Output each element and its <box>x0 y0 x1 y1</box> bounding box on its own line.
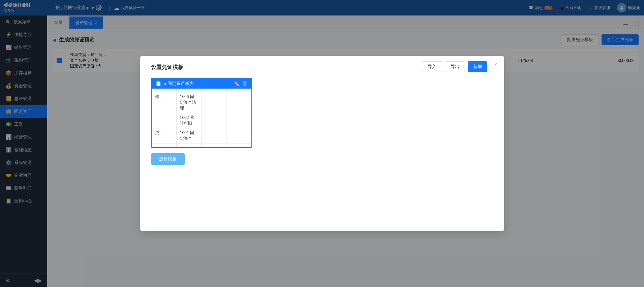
template-entry-row-2: 贷： 1601 固定资产 <box>152 128 251 144</box>
template-card-title: 5-固定资产减少 <box>164 81 194 87</box>
col-type-header <box>152 89 177 92</box>
template-doc-icon: 📄 <box>156 81 161 86</box>
entry-debit-2 <box>202 128 226 143</box>
entry-account-1: 1602 累计折旧 <box>177 113 202 128</box>
entry-debit-1 <box>202 113 226 128</box>
export-button[interactable]: 导出 <box>445 61 465 72</box>
template-entry-row-1: 1602 累计折旧 <box>152 113 251 128</box>
entry-account-3 <box>177 144 202 147</box>
entry-type-0: 借： <box>152 92 177 113</box>
entry-type-3 <box>152 144 177 147</box>
template-card-header-actions: ✏️ 🗑️ <box>234 81 247 86</box>
col-debit-header <box>202 89 226 92</box>
entry-credit-3 <box>226 144 251 147</box>
select-template-button[interactable]: 选择模板 <box>151 153 185 165</box>
entry-account-2: 1601 固定资产 <box>177 128 202 143</box>
col-account-header <box>177 89 202 92</box>
entry-debit-0 <box>202 92 226 113</box>
modal-header-actions: 导入 导出 新增 <box>422 61 487 72</box>
template-delete-icon[interactable]: 🗑️ <box>242 81 247 86</box>
template-card: 📄 5-固定资产减少 ✏️ 🗑️ 借： 1606 固定资产 <box>151 78 252 148</box>
modal-overlay: 设置凭证模板 导入 导出 新增 × 📄 5-固定资产减少 ✏️ 🗑️ <box>0 0 644 287</box>
modal-close-button[interactable]: × <box>494 61 497 67</box>
entry-debit-3 <box>202 144 226 147</box>
col-credit-header <box>226 89 251 92</box>
entry-credit-2 <box>226 128 251 143</box>
template-entry-row-0: 借： 1606 固定资产清理 <box>152 92 251 113</box>
template-card-body: 借： 1606 固定资产清理 1602 累计折旧 贷： 1601 固定资产 <box>152 89 251 147</box>
template-card-header: 📄 5-固定资产减少 ✏️ 🗑️ <box>152 78 251 89</box>
entry-credit-0 <box>226 92 251 113</box>
template-entry-row-3 <box>152 144 251 147</box>
entry-account-0: 1606 固定资产清理 <box>177 92 202 113</box>
import-button[interactable]: 导入 <box>422 61 442 72</box>
entry-credit-1 <box>226 113 251 128</box>
new-button[interactable]: 新增 <box>468 61 487 72</box>
set-template-modal: 设置凭证模板 导入 导出 新增 × 📄 5-固定资产减少 ✏️ 🗑️ <box>140 56 504 231</box>
entry-type-2: 贷： <box>152 128 177 143</box>
template-edit-icon[interactable]: ✏️ <box>234 81 239 86</box>
template-header-row <box>152 89 251 92</box>
entry-type-1 <box>152 113 177 128</box>
